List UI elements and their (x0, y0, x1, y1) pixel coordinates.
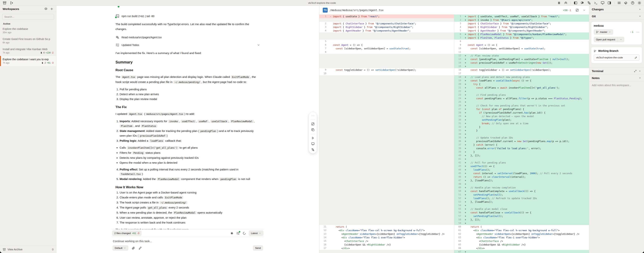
chat-list-item: Polling effect: Set up a polling interva… (120, 167, 260, 176)
send-button[interactable]: Send (253, 245, 263, 251)
open-pull-request-button[interactable]: Open pull request (594, 37, 618, 42)
notes-placeholder[interactable]: Add notes about this workspace... (589, 82, 644, 89)
diff-row: 2+import { invoke } from "@tauri-apps/ap… (319, 18, 589, 22)
chat-scroll-area[interactable]: npm run build 2>&1 | tail -80The build c… (56, 6, 319, 229)
help-icon[interactable] (631, 1, 634, 5)
diff-split-view[interactable]: 1-import { useState } from "react";1+imp… (319, 15, 589, 253)
branch-dropdown[interactable]: master (594, 29, 613, 35)
diff-row: 40+ }, []); (319, 154, 589, 157)
version-dropdown[interactable]: Latest (249, 230, 264, 236)
files-changed-pill[interactable]: 2 files changed +61 -3 (112, 230, 142, 236)
working-branch-card: Working Branch (591, 47, 642, 63)
diff-row: 7 const [sidebarOpen, setSidebarOpen] = … (319, 47, 589, 50)
chevrons-up-icon[interactable] (564, 1, 568, 5)
chat-list: Imports: Added necessary imports for inv… (116, 119, 260, 143)
workspace-item[interactable]: Explore the codebase35m ago (0, 26, 56, 36)
panel-left-toggle-icon[interactable] (574, 1, 578, 5)
panel-right-toggle-icon[interactable] (608, 1, 611, 5)
diff-row: 44+ loadPlans(); (319, 168, 589, 172)
file-icon (40, 52, 42, 54)
terminal_chip-icon (116, 14, 120, 18)
diff-row: 67+ (319, 250, 589, 253)
diff-row: 27+ for (const plan of pendingPlans) { (319, 107, 589, 111)
attach-icon[interactable] (132, 246, 135, 250)
tool-call-row[interactable]: npm run build 2>&1 | tail -80 (116, 14, 260, 18)
working-branch-field[interactable] (594, 54, 640, 60)
edit-branch-icon[interactable] (634, 56, 638, 59)
git-compare-icon[interactable] (311, 148, 315, 152)
diff-row: 48+ (319, 182, 589, 186)
titlebar: vk/3ccf-explore-the-code (0, 0, 644, 6)
search-input[interactable] (2, 14, 54, 20)
workspace-item[interactable]: Create Good First Issues on Github So p6… (0, 36, 56, 46)
chat-paragraph: The build completed successfully with no… (116, 227, 260, 229)
working-branch-input[interactable] (596, 56, 634, 59)
diff-row: 36+ previousPlanIdsRef.current = new Set… (319, 140, 589, 143)
chat-list-item: When a new pending plan is detected, the… (120, 210, 260, 215)
copy-icon[interactable] (311, 128, 315, 132)
diff-row: 49+ // Handle plan review completion (319, 186, 589, 189)
sign-out-icon[interactable] (10, 1, 14, 5)
diff-row: 19+ const loadPlans = useCallback(async … (319, 79, 589, 82)
chat-list-item: Modal rendering: Added the PlanReviewMod… (120, 177, 260, 182)
more-options-icon[interactable]: ⋯ (636, 30, 640, 34)
typescript-file-icon: TS (323, 8, 328, 12)
mode-dropdown[interactable]: Default (112, 245, 128, 251)
chevron-down-icon[interactable] (257, 44, 260, 46)
megaphone-icon[interactable] (624, 1, 628, 5)
chat-paragraph: The build completed successfully with no… (116, 22, 260, 32)
notes-label: Notes (592, 76, 600, 80)
section-terminal[interactable]: Terminal (589, 68, 644, 74)
diff-row: 11 return (60 return ( (319, 225, 589, 228)
section-notes[interactable]: Notes (589, 74, 644, 82)
archive-count: 0 (52, 248, 54, 251)
pause-icon[interactable] (557, 1, 561, 5)
lines-removed: -2 (52, 52, 54, 54)
tool-call-row[interactable]: Updated Todos (116, 43, 260, 47)
workspace-item[interactable]: Install and integrate Vibe Kanban Web7h … (0, 46, 56, 56)
diff-row: 16 {sidebarOpen && <RightSidebar />}65 {… (319, 243, 589, 246)
workspace-time: 7h ago (3, 62, 10, 64)
message-input[interactable] (112, 239, 263, 243)
diff-file-header[interactable]: TS /medusa/medusa/src/pages/Agent.tsx +5… (319, 6, 589, 15)
expand-icon[interactable] (634, 70, 637, 72)
chat-bubbles-icon[interactable] (580, 1, 584, 5)
add-workspace-icon[interactable] (50, 7, 54, 11)
chevron-down-icon (124, 247, 126, 249)
tool-call-row[interactable]: Read medusa/src/pages/Agent.tsx (116, 35, 260, 39)
view-archive-button[interactable]: View Archive 0 (0, 246, 56, 253)
collapse-file-icon[interactable] (583, 9, 586, 12)
active-section-label: Active (0, 20, 56, 26)
diff-panel: TS /medusa/medusa/src/pages/Agent.tsx +5… (319, 6, 589, 253)
divider (310, 120, 315, 120)
git-compare-icon[interactable] (587, 1, 591, 5)
archive-icon[interactable] (3, 1, 6, 5)
section-changes[interactable]: Changes (589, 6, 644, 13)
pull-request-dropdown[interactable] (618, 37, 624, 42)
run-icon[interactable] (311, 136, 315, 140)
workspace-item[interactable]: Explore the codebase I want you to exp7h… (0, 56, 56, 66)
diff-row: 58 (319, 40, 589, 43)
monitor-icon[interactable] (601, 1, 604, 5)
terminal-icon[interactable] (594, 1, 598, 5)
layers-icon[interactable] (44, 7, 48, 11)
tool-call-label: Updated Todos (122, 44, 139, 46)
diff-row: 33+ } (319, 129, 589, 132)
burst-icon[interactable] (230, 232, 234, 235)
diff-row: 53+ }, [loadPlans]); (319, 200, 589, 204)
diff-view-icon[interactable] (311, 122, 315, 126)
tasks-status-icon[interactable] (236, 232, 240, 235)
gear-icon[interactable] (638, 1, 641, 5)
preview-icon[interactable] (311, 142, 315, 146)
drag-handle-icon[interactable] (311, 114, 315, 118)
diff-row: 4import { AgentHeader } from "@/componen… (319, 29, 589, 32)
split-view-icon[interactable] (576, 8, 579, 12)
menu-icon[interactable] (617, 1, 621, 5)
diff-row: 15 <ChatInterface />64 <ChatInterface /> (319, 239, 589, 243)
section-git[interactable]: Git (589, 13, 644, 20)
chat-list-item: User can review, annotate, approve, or r… (120, 216, 260, 220)
chat-list-item: Imports: Added necessary imports for inv… (120, 119, 260, 128)
diff-row: 38+ console.error('Failed to load plans:… (319, 146, 589, 150)
workspaces-sidebar: Workspaces Active Explore the codebase35… (0, 6, 56, 253)
pen-icon[interactable] (138, 246, 142, 250)
